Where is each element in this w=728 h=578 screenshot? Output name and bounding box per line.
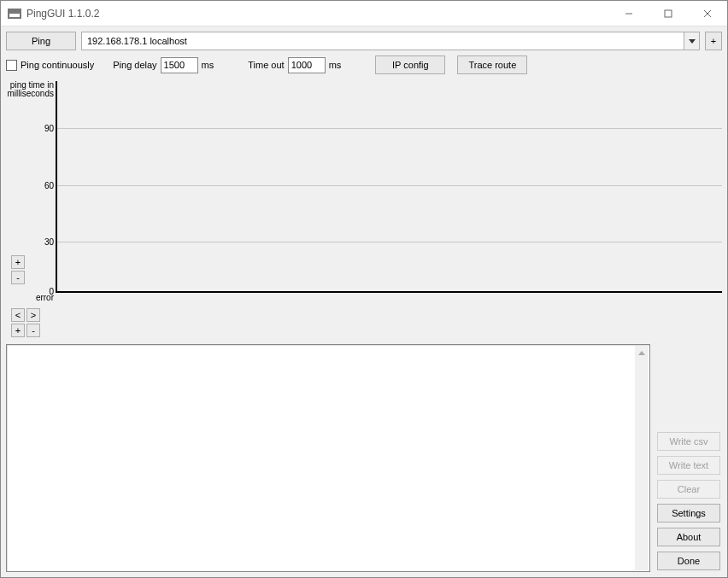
y-tick-90: 90 bbox=[44, 123, 54, 132]
ip-config-button[interactable]: IP config bbox=[375, 55, 445, 74]
content-area: Ping + Ping continuously Ping delay ms T… bbox=[1, 26, 727, 577]
x-scroll-left-button[interactable]: < bbox=[11, 308, 25, 322]
scroll-up-icon[interactable] bbox=[635, 346, 649, 359]
app-icon bbox=[8, 9, 21, 19]
y-zoom-out-button[interactable]: - bbox=[11, 271, 25, 284]
address-dropdown-icon[interactable] bbox=[684, 32, 699, 50]
svg-marker-5 bbox=[638, 351, 645, 355]
add-address-button[interactable]: + bbox=[705, 32, 722, 50]
ping-button[interactable]: Ping bbox=[6, 32, 76, 50]
ping-delay-input[interactable] bbox=[161, 57, 198, 73]
y-tick-0: 0 bbox=[49, 286, 54, 295]
timeout-input[interactable] bbox=[288, 57, 326, 73]
minimize-button[interactable] bbox=[609, 1, 649, 26]
timeout-label: Time out bbox=[248, 60, 284, 70]
trace-route-button[interactable]: Trace route bbox=[457, 55, 527, 74]
window-title: PingGUI 1.1.0.2 bbox=[26, 8, 99, 20]
svg-marker-4 bbox=[689, 39, 696, 44]
address-input[interactable] bbox=[82, 32, 684, 50]
y-zoom-in-button[interactable]: + bbox=[11, 255, 25, 269]
chart-y-axis-label: ping time in milliseconds bbox=[6, 81, 54, 98]
close-button[interactable] bbox=[688, 1, 727, 26]
address-combobox[interactable] bbox=[81, 32, 700, 50]
x-zoom-out-button[interactable]: - bbox=[26, 324, 40, 337]
app-window: PingGUI 1.1.0.2 Ping + bbox=[0, 0, 728, 578]
checkbox-box bbox=[6, 60, 17, 71]
about-button[interactable]: About bbox=[657, 528, 720, 546]
x-axis-controls: < > + - bbox=[6, 307, 722, 341]
y-tick-60: 60 bbox=[44, 180, 54, 190]
output-textbox[interactable] bbox=[6, 344, 650, 572]
svg-rect-1 bbox=[665, 10, 672, 17]
x-zoom-in-button[interactable]: + bbox=[11, 324, 25, 337]
ping-delay-unit: ms bbox=[202, 60, 214, 70]
chart-y-axis: ping time in milliseconds 90 60 30 0 + - bbox=[6, 81, 56, 293]
side-buttons: Write csv Write text Clear Settings Abou… bbox=[657, 344, 722, 572]
done-button[interactable]: Done bbox=[657, 552, 720, 570]
chart-canvas bbox=[56, 81, 722, 293]
x-scroll-right-button[interactable]: > bbox=[26, 308, 40, 322]
timeout-unit: ms bbox=[329, 60, 342, 70]
clear-button[interactable]: Clear bbox=[657, 480, 720, 499]
address-row: Ping + bbox=[6, 32, 722, 50]
y-tick-30: 30 bbox=[44, 237, 54, 247]
settings-button[interactable]: Settings bbox=[657, 504, 720, 523]
output-scrollbar[interactable] bbox=[635, 346, 649, 570]
write-csv-button[interactable]: Write csv bbox=[657, 432, 720, 451]
ping-continuously-label: Ping continuously bbox=[21, 60, 94, 70]
ping-delay-label: Ping delay bbox=[113, 60, 156, 70]
options-row: Ping continuously Ping delay ms Time out… bbox=[6, 54, 722, 78]
chart-area: ping time in milliseconds 90 60 30 0 + - bbox=[6, 81, 722, 303]
ping-continuously-checkbox[interactable]: Ping continuously bbox=[6, 60, 94, 71]
maximize-button[interactable] bbox=[649, 1, 688, 26]
titlebar: PingGUI 1.1.0.2 bbox=[1, 1, 727, 26]
write-text-button[interactable]: Write text bbox=[657, 456, 720, 475]
chart-error-label: error bbox=[6, 293, 54, 303]
bottom-area: Write csv Write text Clear Settings Abou… bbox=[6, 344, 722, 572]
